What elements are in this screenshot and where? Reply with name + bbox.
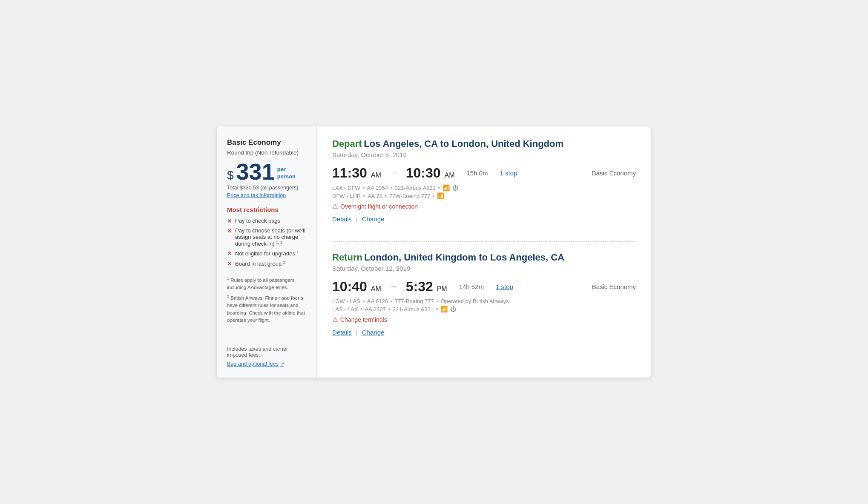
section-divider	[332, 241, 636, 242]
booking-card: Basic Economy Round trip (Non-refundable…	[217, 126, 651, 378]
depart-cabin-label: Basic Economy	[592, 169, 636, 177]
depart-header: Depart Los Angeles, CA to London, United…	[332, 138, 636, 149]
seg-dot	[436, 308, 438, 310]
return-date: Saturday, October 12, 2019	[332, 265, 636, 272]
return-route-text: London, United Kingdom to Los Angeles, C…	[364, 252, 564, 263]
depart-time: 11:30 AM	[332, 165, 381, 181]
bag-optional-fees-link[interactable]: Bag and optional fees ↗	[227, 361, 284, 367]
footnote-2: 2 British Airways, Finnair and Iberia ha…	[227, 294, 306, 324]
wifi-icon: 📶	[440, 306, 448, 312]
restrictions-title: Most restrictions	[227, 206, 306, 213]
price-total: Total $330.53 (all passengers)	[227, 185, 306, 191]
power-icon: ⏻	[452, 184, 458, 191]
x-icon: ✕	[227, 261, 232, 267]
price-dollar: $	[227, 169, 234, 181]
wifi-icon: 📶	[437, 192, 444, 199]
depart-warning: ⚠ Overnight flight or connection	[332, 203, 636, 210]
return-label: Return	[332, 252, 362, 263]
restriction-choose-seats: ✕ Pay to choose seats (or we'll assign s…	[227, 227, 306, 247]
power-icon: ⏻	[450, 306, 456, 312]
external-link-icon: ↗	[280, 361, 284, 367]
depart-duration: 15h 0m	[466, 169, 488, 177]
seg-dot	[388, 308, 390, 310]
depart-segments: LAX - DFW AA 2354 321-Airbus A321 📶 ⏻ DF…	[332, 184, 636, 199]
depart-details-link[interactable]: Details	[332, 215, 352, 223]
footnotes: 1 Rules apply to all passengers includin…	[227, 276, 306, 326]
seg-dot	[433, 195, 434, 197]
seg-dot	[361, 308, 362, 310]
depart-actions: Details | Change	[332, 215, 636, 223]
seg-dot	[363, 301, 365, 302]
seg-dot	[363, 187, 365, 189]
seg-dot	[363, 195, 365, 197]
pipe-divider: |	[356, 215, 358, 223]
depart-seg-1: LAX - DFW AA 2354 321-Airbus A321 📶 ⏻	[332, 184, 636, 191]
price-tax-link[interactable]: Price and tax information	[227, 192, 306, 198]
depart-seg-2: DFW - LHR AA 78 77W-Boeing 777 📶	[332, 192, 636, 199]
depart-route-text: Los Angeles, CA to London, United Kingdo…	[364, 138, 563, 149]
right-panel: Depart Los Angeles, CA to London, United…	[317, 126, 651, 378]
return-stop-link[interactable]: 1 stop	[496, 283, 513, 290]
x-icon: ✕	[227, 218, 232, 224]
restriction-board-last: ✕ Board in last group 2	[227, 260, 306, 267]
restriction-check-bags: ✕ Pay to check bags	[227, 218, 306, 224]
seg-dot	[391, 187, 392, 189]
warning-triangle-icon: ⚠	[332, 203, 338, 210]
includes-text: Includes taxes and carrier imposed fees.	[227, 346, 306, 358]
depart-times-row: 11:30 AM → 10:30 AM 15h 0m 1 stop Basic …	[332, 165, 636, 181]
depart-arrive-time: 10:30 AM	[406, 165, 455, 181]
return-arrow: →	[390, 282, 397, 291]
return-duration: 14h 52m	[459, 283, 484, 290]
seg-dot	[385, 195, 387, 197]
depart-change-link[interactable]: Change	[362, 215, 385, 223]
return-cabin-label: Basic Economy	[592, 283, 636, 290]
return-details-link[interactable]: Details	[332, 329, 352, 336]
wifi-icon: 📶	[443, 184, 450, 191]
depart-label: Depart	[332, 138, 362, 149]
depart-arrow: →	[390, 169, 397, 178]
return-section: Return London, United Kingdom to Los Ang…	[332, 252, 636, 336]
return-warning: ⚠ Change terminals	[332, 316, 636, 324]
left-panel: Basic Economy Round trip (Non-refundable…	[217, 126, 317, 378]
return-depart-time: 10:40 AM	[332, 279, 381, 295]
return-segments: LGW - LAS AA 6126 777-Boeing 777 Operate…	[332, 298, 636, 312]
price-row: $ 331 perperson	[227, 160, 306, 183]
trip-type: Round trip (Non-refundable)	[227, 149, 306, 156]
return-times-row: 10:40 AM → 5:32 PM 14h 52m 1 stop Basic …	[332, 279, 636, 295]
restriction-upgrades: ✕ Not eligible for upgrades 1	[227, 250, 306, 257]
depart-date: Saturday, October 5, 2019	[332, 151, 636, 158]
seg-dot	[438, 187, 440, 189]
price-amount: 331	[236, 160, 275, 183]
footnote-1: 1 Rules apply to all passengers includin…	[227, 276, 306, 291]
return-change-link[interactable]: Change	[362, 329, 385, 336]
return-seg-2: LAS - LAX AA 2307 321-Airbus A321 📶 ⏻	[332, 306, 636, 312]
return-seg-1: LGW - LAS AA 6126 777-Boeing 777 Operate…	[332, 298, 636, 304]
seg-dot	[437, 301, 438, 302]
cabin-type: Basic Economy	[227, 138, 306, 147]
x-icon: ✕	[227, 250, 232, 257]
return-header: Return London, United Kingdom to Los Ang…	[332, 252, 636, 263]
price-per-person: perperson	[277, 166, 296, 180]
seg-dot	[391, 301, 392, 302]
bottom-info: Includes taxes and carrier imposed fees.…	[227, 336, 306, 367]
x-icon: ✕	[227, 228, 232, 234]
pipe-divider: |	[356, 329, 358, 336]
return-actions: Details | Change	[332, 329, 636, 336]
depart-stop-link[interactable]: 1 stop	[500, 169, 517, 177]
depart-section: Depart Los Angeles, CA to London, United…	[332, 138, 636, 223]
return-arrive-time: 5:32 PM	[406, 279, 447, 295]
warning-triangle-icon: ⚠	[332, 316, 338, 324]
